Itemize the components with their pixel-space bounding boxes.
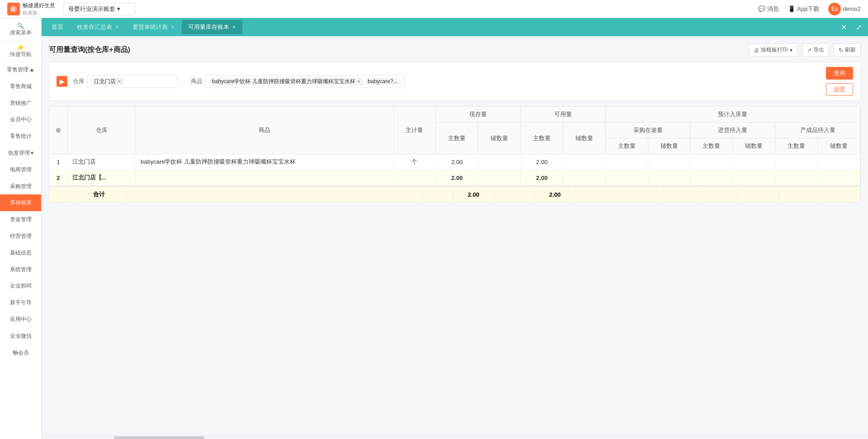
- app-download-action[interactable]: 📱 App下载: [788, 5, 819, 13]
- tab-home-label: 首页: [52, 23, 63, 31]
- app-download-label: App下载: [797, 5, 819, 13]
- product-tag1-close[interactable]: ✕: [357, 79, 361, 85]
- tab-expand-btn[interactable]: ⤢: [853, 22, 864, 33]
- sidebar-item-member-center[interactable]: 会员中心: [0, 111, 41, 128]
- table-body: 1 江北门店 babycare学饮杯 儿童防摔防撞吸管杯重力球吸嘴杯宝宝水杯 个…: [49, 154, 860, 186]
- warehouse-more[interactable]: ···: [180, 78, 185, 85]
- sidebar-item-finance-mgmt[interactable]: 资金管理: [0, 211, 41, 228]
- th-product: 商品: [136, 107, 393, 154]
- td-avail-main-qty: 2.00: [521, 154, 563, 170]
- sidebar-item-operation-mgmt[interactable]: 经营管理: [0, 228, 41, 245]
- th-unit: 主计量: [393, 107, 436, 154]
- sidebar: 🔍 搜索菜单 ⭐ 快捷导航 零售管理 ▲ 零售商城 营销推广 会员中心 零售统计…: [0, 18, 42, 439]
- sidebar-item-retail-mall[interactable]: 零售商城: [0, 78, 41, 95]
- td-pend-main-2: [690, 170, 733, 186]
- td-cur-main-qty-2: 2.00: [436, 170, 478, 186]
- sidebar-item-enterprise-collab[interactable]: 企业协同: [0, 278, 41, 294]
- sidebar-item-inventory-check[interactable]: 库存核算: [0, 194, 41, 211]
- td-pur-main-2: [605, 170, 648, 186]
- data-table: ⚙ 仓库 商品 主计量 现存量 可用量 预计入库量 主数量 辅数量 主数量: [49, 107, 860, 186]
- data-table-wrap: ⚙ 仓库 商品 主计量 现存量 可用量 预计入库量 主数量 辅数量 主数量: [49, 106, 861, 203]
- sidebar-item-member-plus[interactable]: 畅会员: [0, 345, 41, 361]
- industry-selector[interactable]: 母婴行业演示账套 ▾: [63, 3, 136, 15]
- sidebar-item-wholesale-mgmt[interactable]: 批发管理 ▾: [0, 145, 41, 161]
- td-cur-aux-qty: [478, 154, 521, 170]
- th-settings[interactable]: ⚙: [49, 107, 67, 154]
- tab-available-close[interactable]: ✕: [232, 24, 236, 30]
- page-actions: 🖨 按模板打印 ▾ ↗ 导出 ↻ 刷新: [749, 43, 861, 57]
- footer-label: 合计: [72, 187, 126, 202]
- chevron-down-icon: ▾: [790, 47, 793, 53]
- tab-receipt-close[interactable]: ✕: [115, 24, 119, 30]
- td-no-2: 2: [49, 170, 67, 186]
- sidebar-item-marketing[interactable]: 营销推广: [0, 95, 41, 112]
- th-pend-aux: 辅数量: [733, 138, 775, 154]
- refresh-label: 刷新: [845, 46, 856, 54]
- th-expected-in: 预计入库量: [605, 107, 860, 123]
- settings-button[interactable]: 设置: [826, 83, 853, 96]
- sidebar-item-new-guide[interactable]: 新手引导: [0, 294, 41, 311]
- th-fin-main: 主数量: [775, 138, 818, 154]
- footer-empty1: [49, 187, 72, 202]
- query-button[interactable]: 查询: [826, 67, 853, 80]
- print-template-label: 按模板打印: [761, 46, 788, 54]
- td-unit-2: [393, 170, 436, 186]
- filter-product-group: 商品 babycare学饮杯 儿童防摔防撞吸管杯重力球吸嘴杯宝宝水杯 ✕ bab…: [191, 75, 405, 88]
- th-avail-main-qty: 主数量: [521, 123, 563, 154]
- sidebar-item-retail-mgmt[interactable]: 零售管理 ▲: [0, 61, 41, 78]
- th-cur-main-qty: 主数量: [436, 123, 478, 154]
- table-row: 1 江北门店 babycare学饮杯 儿童防摔防撞吸管杯重力球吸嘴杯宝宝水杯 个…: [49, 154, 860, 170]
- warehouse-label: 仓库: [73, 77, 85, 85]
- td-cur-aux-qty-2: [478, 170, 521, 186]
- app-download-icon: 📱: [788, 5, 795, 12]
- tab-home[interactable]: 首页: [45, 20, 70, 34]
- page-title: 可用量查询(按仓库+商品): [49, 45, 130, 55]
- tab-order-label: 要货单统计表: [132, 23, 168, 31]
- top-bar-right: 💬 消息 📱 App下载 Ea demo2: [758, 3, 861, 15]
- sidebar-item-enterprise-wechat[interactable]: 企业微信: [0, 328, 41, 345]
- filter-expand-btn[interactable]: ▶: [57, 76, 67, 87]
- footer-pend-aux: [738, 187, 779, 202]
- tab-available-inventory[interactable]: 可用量库存账本 ✕: [182, 20, 242, 34]
- top-bar: 好 畅捷通好生意 标准版 母婴行业演示账套 ▾ 💬 消息 📱 App下载 Ea …: [0, 0, 868, 18]
- scroll-thumb[interactable]: [114, 436, 204, 439]
- sidebar-item-ecommerce-mgmt[interactable]: 电商管理: [0, 161, 41, 178]
- sidebar-quick-nav[interactable]: ⭐ 快捷导航: [0, 42, 41, 61]
- product-input[interactable]: babycare学饮杯 儿童防摔防撞吸管杯重力球吸嘴杯宝宝水杯 ✕ babyca…: [205, 75, 405, 88]
- sidebar-item-app-center[interactable]: 应用中心: [0, 311, 41, 328]
- tab-order-close[interactable]: ✕: [170, 24, 175, 30]
- bottom-scrollbar[interactable]: [42, 435, 868, 439]
- footer-fin-aux: [820, 187, 860, 202]
- td-product: babycare学饮杯 儿童防摔防撞吸管杯重力球吸嘴杯宝宝水杯: [136, 154, 393, 170]
- warehouse-tag-close[interactable]: ✕: [117, 79, 121, 85]
- td-warehouse: 江北门店: [67, 154, 136, 170]
- message-action[interactable]: 💬 消息: [758, 5, 779, 13]
- td-pend-main: [690, 154, 733, 170]
- sidebar-item-basic-info[interactable]: 基础信息: [0, 245, 41, 261]
- th-current-stock: 现存量: [436, 107, 521, 123]
- tab-order-stats[interactable]: 要货单统计表 ✕: [126, 20, 181, 34]
- filter-warehouse-group: 仓库 江北门店 ✕ ···: [73, 75, 185, 88]
- page-content: 可用量查询(按仓库+商品) 🖨 按模板打印 ▾ ↗ 导出 ↻ 刷新: [42, 36, 868, 435]
- user-profile[interactable]: Ea demo2: [828, 3, 861, 15]
- tab-close-all-btn[interactable]: ✕: [838, 22, 849, 33]
- export-btn[interactable]: ↗ 导出: [802, 43, 829, 57]
- warehouse-input[interactable]: 江北门店 ✕: [87, 75, 178, 88]
- sidebar-search[interactable]: 🔍 搜索菜单: [0, 18, 41, 42]
- td-pur-main: [605, 154, 648, 170]
- username-label: demo2: [843, 5, 861, 12]
- refresh-btn[interactable]: ↻ 刷新: [834, 43, 861, 57]
- th-purchase-transit: 采购在途量: [605, 123, 690, 138]
- product-tag2: babycare?...: [365, 78, 401, 85]
- th-available: 可用量: [521, 107, 606, 123]
- tab-bar: 首页 收发存汇总表 ✕ 要货单统计表 ✕ 可用量库存账本 ✕ ✕ ⤢: [42, 18, 868, 36]
- print-template-btn[interactable]: 🖨 按模板打印 ▾: [749, 43, 797, 57]
- tab-receipt-summary[interactable]: 收发存汇总表 ✕: [71, 20, 125, 34]
- sidebar-item-retail-stats[interactable]: 零售统计: [0, 128, 41, 145]
- td-pend-aux-2: [733, 170, 775, 186]
- svg-text:好: 好: [10, 7, 16, 12]
- logo-area: 好 畅捷通好生意 标准版: [7, 2, 55, 16]
- warehouse-tag: 江北门店 ✕: [91, 77, 124, 86]
- sidebar-item-purchase-mgmt[interactable]: 采购管理: [0, 178, 41, 195]
- sidebar-item-system-mgmt[interactable]: 系统管理: [0, 261, 41, 278]
